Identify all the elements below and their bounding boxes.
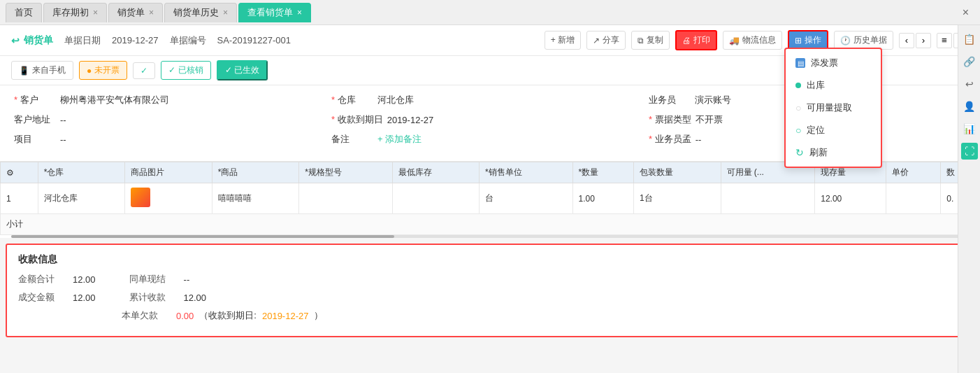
- phone-icon: 📱: [19, 66, 29, 76]
- doc-title-text: 销货单: [24, 34, 53, 47]
- add-invoice-icon: ▤: [795, 58, 805, 68]
- tab-home[interactable]: 首页: [6, 3, 42, 22]
- project-field: 项目 --: [14, 133, 331, 146]
- row-spec: [299, 183, 392, 214]
- row-warehouse: 河北仓库: [38, 183, 125, 214]
- tab-home-label: 首页: [15, 6, 33, 19]
- prev-button[interactable]: ‹: [899, 33, 914, 48]
- sidebar-user-icon[interactable]: 👤: [961, 98, 978, 115]
- truck-icon: 🚚: [729, 36, 740, 45]
- ticket-icon: ●: [87, 66, 92, 76]
- next-button[interactable]: ›: [916, 33, 931, 48]
- add-notes-link[interactable]: + 添加备注: [377, 133, 421, 146]
- window-close-button[interactable]: ×: [957, 6, 974, 19]
- tab-view-sales-label: 查看销货单: [247, 6, 293, 19]
- copy-icon: ⧉: [637, 36, 644, 45]
- row-current: 12.00: [815, 183, 886, 214]
- right-sidebar: 📋 🔗 ↩ 👤 📊 ⛶: [958, 25, 980, 373]
- payment-date-value: 2019-12-27: [387, 115, 434, 125]
- list-view-button[interactable]: ≡: [937, 33, 952, 48]
- tab-sales-history-close[interactable]: ×: [223, 8, 228, 17]
- operation-dropdown: ▤ 添发票 出库 ○ 可用量提取 ○ 定位 ↻ 刷新: [784, 48, 882, 168]
- tab-view-sales-close[interactable]: ×: [297, 8, 302, 17]
- sidebar-doc-icon[interactable]: 📋: [961, 31, 978, 48]
- row-min-stock: [392, 183, 480, 214]
- share-button[interactable]: ↗ 分享: [586, 31, 626, 50]
- not-open-button[interactable]: ● 未开票: [79, 61, 127, 80]
- col-price: 单价: [886, 162, 941, 183]
- sidebar-chart-icon[interactable]: 📊: [961, 120, 978, 137]
- row-quantity: 1.00: [572, 183, 633, 214]
- sidebar-link-icon[interactable]: 🔗: [961, 53, 978, 70]
- project-label: 项目: [14, 133, 56, 146]
- doc-title-area: ↩ 销货单: [11, 34, 53, 47]
- history-icon: 🕐: [840, 36, 851, 45]
- tab-sales-history-label: 销货单历史: [173, 6, 219, 19]
- table-container: ⚙ *仓库 商品图片 *商品 *规格型号 最低库存 *销售单位 *数量 包装数量…: [0, 162, 980, 238]
- new-button[interactable]: + 新增: [545, 31, 581, 50]
- sidebar-expand-icon[interactable]: ⛶: [961, 143, 978, 160]
- same-order-label: 同单现结: [129, 273, 178, 286]
- doc-icon: ↩: [11, 35, 20, 46]
- locate-icon: ○: [795, 125, 801, 136]
- row-price: [886, 183, 941, 214]
- sidebar-return-icon[interactable]: ↩: [961, 76, 978, 92]
- address-field: 客户地址 --: [14, 113, 331, 126]
- staff2-value: --: [696, 134, 702, 145]
- owe-row: 本单欠款 0.00 （收款到期日: 2019-12-27 ）: [18, 309, 962, 322]
- tab-sales-close[interactable]: ×: [149, 8, 154, 17]
- print-button[interactable]: 🖨 打印: [675, 30, 717, 50]
- amount-total-label: 金额合计: [18, 273, 67, 286]
- table-row: 1 河北仓库 嘻嘻嘻嘻 台 1.00 1台 12.00 0.: [1, 183, 980, 214]
- history-button[interactable]: 🕐 历史单据: [834, 31, 893, 50]
- warehouse-field: 仓库 河北仓库: [331, 94, 649, 106]
- check-icon: ✓: [140, 66, 147, 76]
- staff2-label: 业务员孟: [649, 133, 691, 146]
- warehouse-label: 仓库: [331, 94, 373, 106]
- customer-value: 柳州粤港平安气体有限公司: [60, 94, 169, 106]
- same-order-value: --: [184, 274, 190, 285]
- check-button[interactable]: ✓: [133, 62, 155, 79]
- product-image: [131, 188, 150, 207]
- tab-sales-history[interactable]: 销货单历史 ×: [164, 3, 237, 22]
- available-label: 可用量提取: [807, 101, 852, 114]
- notes-field: 备注 + 添加备注: [331, 133, 649, 146]
- tab-sales-label: 销货单: [117, 6, 145, 19]
- owe-date: 2019-12-27: [262, 311, 309, 321]
- check-circle-icon2: ✓: [225, 65, 232, 75]
- from-phone-button[interactable]: 📱 来自手机: [11, 61, 73, 80]
- dropdown-refresh[interactable]: ↻ 刷新: [786, 141, 881, 164]
- tab-sales[interactable]: 销货单 ×: [108, 3, 163, 22]
- cancelled-button[interactable]: ✓ 已核销: [161, 61, 210, 80]
- tab-inventory-label: 库存期初: [52, 6, 89, 19]
- cumulative-value: 12.00: [184, 293, 207, 303]
- dropdown-available[interactable]: ○ 可用量提取: [786, 97, 881, 119]
- row-unit: 台: [480, 183, 572, 214]
- date-label: 单据日期: [64, 34, 101, 47]
- grid-icon: ⊞: [795, 36, 802, 45]
- payment-date-label: 收款到期日: [331, 113, 383, 126]
- dropdown-outbound[interactable]: 出库: [786, 74, 881, 97]
- col-quantity: *数量: [572, 162, 633, 183]
- doc-meta: 单据日期 2019-12-27 单据编号 SA-20191227-001: [64, 34, 291, 47]
- tab-inventory-close[interactable]: ×: [93, 8, 98, 17]
- tab-view-sales[interactable]: 查看销货单 ×: [238, 3, 311, 22]
- warehouse-value: 河北仓库: [377, 94, 414, 106]
- add-invoice-label: 添发票: [811, 57, 838, 69]
- owe-label: 本单欠款: [122, 309, 171, 322]
- nav-arrows: ‹ ›: [899, 33, 931, 48]
- effective-button[interactable]: ✓ 已生效: [217, 60, 268, 80]
- owe-value: 0.00: [176, 311, 194, 321]
- share-icon: ↗: [593, 36, 600, 45]
- dropdown-locate[interactable]: ○ 定位: [786, 119, 881, 141]
- notes-label: 备注: [331, 133, 373, 146]
- customer-field: 客户 柳州粤港平安气体有限公司: [14, 94, 331, 106]
- refresh-label: 刷新: [809, 146, 828, 159]
- col-image: 商品图片: [125, 162, 212, 183]
- logistics-button[interactable]: 🚚 物流信息: [723, 31, 782, 50]
- dropdown-add-invoice[interactable]: ▤ 添发票: [786, 52, 881, 74]
- tab-inventory[interactable]: 库存期初 ×: [43, 3, 107, 22]
- copy-button[interactable]: ⧉ 复制: [631, 31, 670, 50]
- outbound-label: 出库: [807, 79, 825, 92]
- col-product: *商品: [212, 162, 299, 183]
